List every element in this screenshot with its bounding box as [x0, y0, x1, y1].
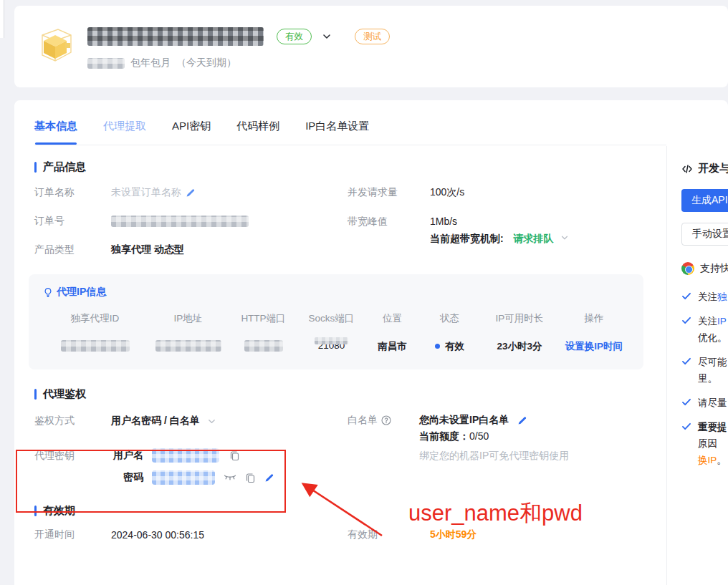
tab-basic-info[interactable]: 基本信息	[34, 120, 77, 145]
password-show-eye-closed-icon[interactable]	[224, 473, 236, 483]
bandwidth-label: 带宽峰值	[348, 213, 430, 230]
tip-text: 里。	[698, 370, 727, 387]
tip-text: 优化。	[698, 329, 727, 346]
remaining-time-label: 有效期	[348, 528, 430, 541]
whitelist-quota-label: 当前额度：	[419, 430, 469, 442]
ip-address-redacted	[155, 340, 221, 352]
product-type-value: 独享代理 动态型	[111, 243, 184, 256]
tab-proxy-extract[interactable]: 代理提取	[103, 120, 146, 145]
order-name-value: 未设置订单名称	[111, 186, 181, 199]
order-header-card: 有效 测试 包年包月 （今天到期）	[14, 6, 728, 87]
col-ip-address: IP地址	[147, 312, 229, 325]
http-port-redacted	[244, 340, 283, 352]
concurrency-label: 并发请求量	[348, 186, 430, 199]
manual-setting-button[interactable]: 手动设置	[681, 223, 728, 246]
auth-method-label: 鉴权方式	[34, 415, 111, 427]
chrome-support-row: 支持快	[681, 262, 728, 275]
whitelist-quota-value: 0/50	[469, 430, 489, 442]
order-name-label: 订单名称	[34, 186, 111, 199]
tip-text: 尽可能	[698, 354, 727, 370]
tip-link[interactable]: IP	[717, 316, 727, 327]
whitelist-label: 白名单	[348, 414, 378, 427]
plan-type: 包年包月	[130, 57, 171, 69]
username-copy-icon[interactable]	[229, 450, 240, 461]
proxy-ip-table-header: 独享代理ID IP地址 HTTP端口 Socks端口 位置 状态 IP可用时长 …	[43, 312, 629, 325]
tip-text: 。	[717, 455, 727, 465]
password-line: 密码	[111, 470, 274, 485]
status-cell: 有效	[419, 340, 480, 354]
product-type-row: 产品类型 独享代理 动态型	[34, 236, 348, 264]
order-header-info: 有效 测试 包年包月 （今天到期）	[87, 23, 390, 87]
whitelist-value: 您尚未设置IP白名单	[419, 414, 509, 427]
auth-method-chevron-down-icon[interactable]	[207, 417, 216, 426]
activated-time-label: 开通时间	[34, 528, 111, 541]
status-chevron-down-icon[interactable]	[322, 32, 332, 42]
tip-link-change-ip[interactable]: 换IP	[698, 455, 717, 465]
username-line: 用户名	[111, 448, 274, 463]
order-name-row: 订单名称 未设置订单名称	[34, 178, 348, 207]
check-icon	[681, 357, 691, 387]
tab-code-sample[interactable]: 代码样例	[236, 120, 279, 145]
over-bandwidth-chevron-down-icon[interactable]	[560, 233, 569, 242]
username-label: 用户名	[111, 449, 143, 462]
activated-time-value: 2024-06-30 00:56:15	[111, 529, 204, 541]
tip-item: 请尽量	[681, 395, 728, 411]
order-no-row: 订单号	[34, 207, 348, 236]
proxy-key-label: 代理密钥	[34, 448, 111, 463]
order-detail-card: 基本信息 代理提取 API密钥 代码样例 IP白名单设置 产品信息 订单名称 未…	[14, 100, 728, 585]
socks-port-partial-redaction	[315, 337, 349, 344]
over-bandwidth-label: 当前超带宽机制:	[430, 233, 504, 244]
tab-api-key[interactable]: API密钥	[172, 120, 211, 145]
tab-ip-whitelist[interactable]: IP白名单设置	[305, 120, 369, 145]
auth-method-row: 鉴权方式 用户名密码 / 白名单	[34, 405, 348, 437]
socks-port: 21080	[318, 340, 345, 351]
question-circle-icon[interactable]	[381, 415, 391, 425]
order-name-edit-pencil-icon[interactable]	[186, 188, 196, 198]
password-edit-pencil-icon[interactable]	[264, 473, 274, 483]
tab-bar: 基本信息 代理提取 API密钥 代码样例 IP白名单设置	[34, 100, 666, 145]
expiry-note: （今天到期）	[176, 57, 236, 69]
order-subtitle-redacted	[87, 58, 125, 69]
chrome-note: 支持快	[700, 262, 728, 275]
col-status: 状态	[419, 312, 480, 325]
col-proxy-id: 独享代理ID	[43, 312, 147, 325]
col-duration: IP可用时长	[480, 312, 559, 325]
tip-item: 重要提 原因 换IP。	[681, 419, 728, 468]
remaining-time-value: 5小时59分	[430, 528, 476, 541]
order-title-redacted	[87, 27, 264, 46]
concurrency-value: 100次/s	[430, 186, 464, 199]
check-icon	[681, 397, 691, 411]
proxy-id-redacted	[61, 340, 130, 352]
tip-text-important: 重要提	[698, 419, 727, 435]
bulb-icon	[43, 287, 53, 298]
tip-item: 关注IP 优化。	[681, 313, 728, 346]
status-value: 有效	[445, 341, 464, 352]
proxy-key-row: 代理密钥 用户名 密码	[34, 448, 348, 485]
over-bandwidth-line: 当前超带宽机制: 请求排队	[430, 230, 569, 247]
password-label: 密码	[111, 471, 143, 484]
auth-method-value: 用户名密码 / 白名单	[111, 415, 200, 427]
set-ip-rotation-link[interactable]: 设置换IP时间	[565, 341, 623, 352]
sidebar-title: 开发与	[698, 162, 728, 175]
password-copy-icon[interactable]	[245, 473, 256, 483]
location-value: 南昌市	[365, 340, 419, 354]
status-dot-icon	[435, 344, 440, 349]
proxy-ip-info-box: 代理IP信息 独享代理ID IP地址 HTTP端口 Socks端口 位置 状态 …	[29, 274, 643, 369]
proxy-ip-table-row: 21080 南昌市 有效 23小时3分 设置换IP时间	[43, 340, 629, 354]
bandwidth-value: 1Mb/s	[430, 213, 569, 230]
proxy-ip-info-header: 代理IP信息	[43, 286, 629, 299]
tips-list: 关注独 关注IP 优化。 尽可能 里。 请尽量	[681, 289, 728, 468]
whitelist-edit-pencil-icon[interactable]	[517, 415, 527, 425]
duration-value: 23小时3分	[480, 340, 559, 354]
over-bandwidth-value[interactable]: 请求排队	[514, 233, 554, 244]
tip-link[interactable]: 独	[717, 291, 727, 302]
dev-sidebar: 开发与 生成API 手动设置 支持快 关注独 关注IP 优化。	[666, 146, 728, 585]
tip-item: 关注独	[681, 289, 728, 305]
section-validity: 有效期	[34, 504, 728, 518]
col-location: 位置	[365, 312, 419, 325]
code-icon	[681, 164, 693, 174]
status-badge: 有效	[277, 29, 312, 45]
product-cube-icon	[33, 23, 77, 87]
check-icon	[681, 422, 691, 468]
generate-api-button[interactable]: 生成API	[681, 189, 728, 212]
